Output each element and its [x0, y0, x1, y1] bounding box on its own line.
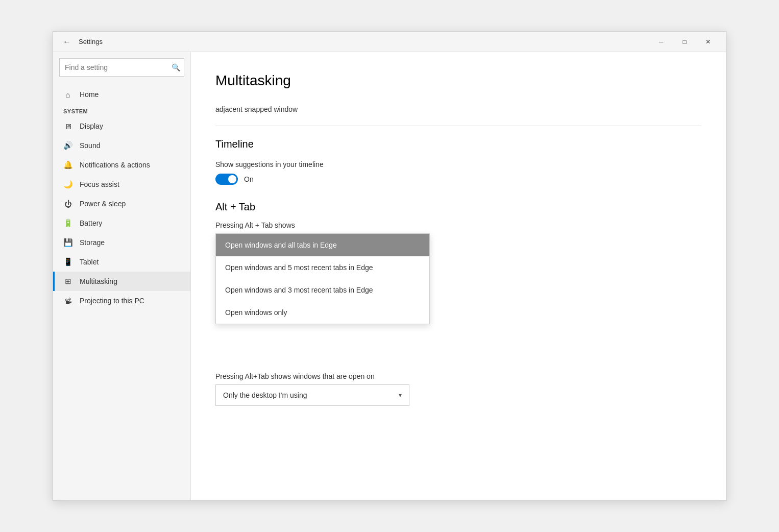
sidebar-item-tablet[interactable]: 📱 Tablet	[53, 252, 190, 272]
sidebar-item-projecting[interactable]: 📽 Projecting to this PC	[53, 291, 190, 310]
content-area: 🔍 ⌂ Home System 🖥 Display 🔊 Sound	[53, 52, 726, 500]
dropdown-option-all-tabs[interactable]: Open windows and all tabs in Edge	[216, 234, 429, 256]
sidebar-item-label: Display	[80, 122, 103, 130]
sidebar-item-battery[interactable]: 🔋 Battery	[53, 213, 190, 233]
sidebar-item-label: Storage	[80, 238, 105, 247]
page-title: Multitasking	[215, 72, 701, 89]
projecting-icon: 📽	[63, 296, 72, 305]
toggle-container: On	[215, 174, 701, 185]
sidebar-item-sound[interactable]: 🔊 Sound	[53, 136, 190, 155]
alt-tab-section: Alt + Tab Pressing Alt + Tab shows Open …	[215, 201, 701, 406]
sidebar-item-label: Projecting to this PC	[80, 297, 144, 305]
sidebar-item-home[interactable]: ⌂ Home	[53, 85, 190, 104]
alt-tab-heading: Alt + Tab	[215, 201, 701, 213]
sidebar-item-label: Home	[80, 90, 99, 99]
multitasking-icon: ⊞	[63, 277, 72, 286]
sidebar-item-display[interactable]: 🖥 Display	[53, 116, 190, 136]
sidebar-item-storage[interactable]: 💾 Storage	[53, 233, 190, 252]
sidebar-item-focus[interactable]: 🌙 Focus assist	[53, 175, 190, 194]
sidebar: 🔍 ⌂ Home System 🖥 Display 🔊 Sound	[53, 52, 191, 500]
tablet-icon: 📱	[63, 257, 72, 267]
sidebar-item-label: Battery	[80, 219, 102, 227]
sidebar-item-label: Multitasking	[80, 277, 117, 285]
timeline-heading: Timeline	[215, 138, 701, 150]
dropdown-option-3-tabs[interactable]: Open windows and 3 most recent tabs in E…	[216, 279, 429, 301]
window-title: Settings	[79, 38, 649, 45]
pressing-alt-tab-label: Pressing Alt + Tab shows	[215, 221, 701, 229]
pressing-alttab-windows-label: Pressing Alt+Tab shows windows that are …	[215, 372, 701, 380]
dropdown-menu: Open windows and all tabs in Edge Open w…	[215, 233, 430, 324]
search-icon: 🔍	[172, 63, 180, 71]
close-button[interactable]: ✕	[696, 32, 720, 52]
search-input[interactable]	[59, 58, 184, 77]
sidebar-item-label: Focus assist	[80, 180, 119, 188]
second-dropdown-section: Pressing Alt+Tab shows windows that are …	[215, 372, 701, 406]
sidebar-item-multitasking[interactable]: ⊞ Multitasking	[53, 272, 190, 291]
sidebar-item-label: Power & sleep	[80, 200, 126, 208]
power-icon: ⏻	[63, 199, 72, 208]
timeline-suggestion-label: Show suggestions in your timeline	[215, 160, 701, 168]
notifications-icon: 🔔	[63, 160, 72, 170]
dropdown-option-5-tabs[interactable]: Open windows and 5 most recent tabs in E…	[216, 256, 429, 279]
sidebar-item-label: Notifications & actions	[80, 161, 150, 169]
sidebar-item-label: Sound	[80, 141, 100, 150]
main-content: Multitasking adjacent snapped window Tim…	[191, 52, 726, 500]
sidebar-section-label: System	[53, 104, 190, 116]
sound-icon: 🔊	[63, 141, 72, 150]
sidebar-item-power[interactable]: ⏻ Power & sleep	[53, 194, 190, 213]
desktop-select-value: Only the desktop I'm using	[223, 391, 307, 399]
dropdown-option-windows-only[interactable]: Open windows only	[216, 301, 429, 324]
maximize-button[interactable]: □	[673, 32, 696, 52]
truncated-snap-text: adjacent snapped window	[215, 105, 701, 126]
toggle-state-label: On	[244, 175, 254, 183]
focus-icon: 🌙	[63, 180, 72, 189]
display-icon: 🖥	[63, 122, 72, 131]
desktop-select[interactable]: Only the desktop I'm using ▾	[215, 384, 409, 406]
sidebar-item-notifications[interactable]: 🔔 Notifications & actions	[53, 155, 190, 175]
battery-icon: 🔋	[63, 219, 72, 228]
window-controls: ─ □ ✕	[649, 32, 720, 52]
back-button[interactable]: ←	[59, 34, 75, 50]
sidebar-item-label: Tablet	[80, 258, 99, 266]
minimize-button[interactable]: ─	[649, 32, 673, 52]
titlebar: ← Settings ─ □ ✕	[53, 32, 726, 52]
home-icon: ⌂	[63, 90, 72, 99]
timeline-toggle[interactable]	[215, 174, 238, 185]
storage-icon: 💾	[63, 238, 72, 247]
chevron-down-icon: ▾	[399, 392, 402, 399]
search-box: 🔍	[59, 58, 184, 77]
